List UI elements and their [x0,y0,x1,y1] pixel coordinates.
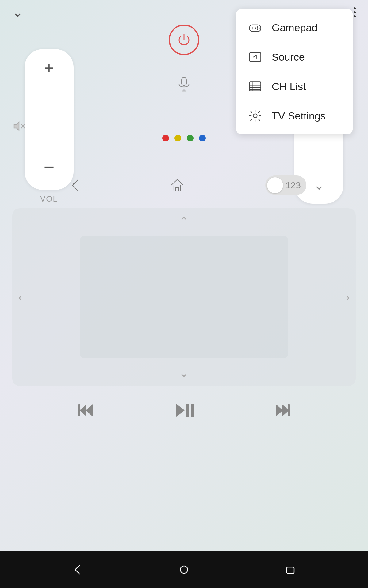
touchpad-left-icon[interactable]: ‹ [18,290,22,304]
svg-marker-34 [276,404,283,417]
menu-item-ch-list-label: CH List [272,81,306,92]
svg-point-3 [257,26,258,28]
touchpad-right-icon[interactable]: › [346,290,350,304]
svg-rect-32 [186,404,189,417]
svg-rect-22 [182,77,186,85]
svg-point-13 [253,114,257,118]
toggle-123-button[interactable]: 123 [265,175,306,195]
svg-marker-29 [86,404,93,417]
touchpad-area[interactable]: ⌃ ⌄ ‹ › [12,208,356,386]
svg-marker-28 [80,404,86,417]
power-area [169,18,199,55]
home-button[interactable] [163,172,191,199]
svg-point-5 [257,28,258,30]
ch-list-icon [247,78,263,94]
nav-row: 123 [0,172,368,199]
menu-item-ch-list[interactable]: CH List [236,72,353,101]
toggle-circle [267,177,283,193]
menu-item-tv-settings-label: TV Settings [272,110,326,122]
power-button[interactable] [169,24,199,55]
svg-rect-33 [191,404,194,417]
tv-settings-icon [247,108,263,124]
svg-rect-38 [287,567,294,573]
touchpad-up-icon[interactable]: ⌃ [179,214,189,228]
svg-marker-14 [14,122,19,130]
green-dot[interactable] [187,135,194,141]
blue-dot[interactable] [199,135,206,141]
color-dots [162,135,206,141]
source-icon [247,49,263,65]
mute-icon[interactable] [12,119,26,136]
rewind-button[interactable] [71,395,101,426]
menu-item-gamepad[interactable]: Gamepad [236,13,353,42]
toggle-123-label: 123 [286,180,305,190]
more-options-icon[interactable] [354,7,356,17]
svg-rect-30 [78,404,80,417]
svg-point-6 [255,28,257,29]
android-back-button[interactable] [67,559,88,580]
svg-point-37 [180,566,188,573]
svg-rect-27 [176,187,179,191]
menu-item-gamepad-label: Gamepad [272,22,317,34]
play-pause-button[interactable] [169,395,199,426]
svg-marker-31 [176,404,185,417]
android-nav-bar [0,551,368,588]
menu-item-tv-settings[interactable]: TV Settings [236,101,353,130]
collapse-chevron-icon[interactable]: ⌄ [12,5,23,20]
touchpad-inner[interactable] [80,236,288,358]
svg-point-4 [259,28,260,29]
menu-item-source[interactable]: Source [236,42,353,72]
media-controls [0,395,368,426]
android-recents-button[interactable] [280,559,301,580]
vol-up-button[interactable]: + [44,60,54,76]
touchpad-down-icon[interactable]: ⌄ [179,366,189,380]
vol-pill: + − [25,49,74,190]
android-home-button[interactable] [173,559,195,580]
dropdown-menu: Gamepad Source CH List [236,9,353,134]
red-dot[interactable] [162,135,169,141]
fast-forward-button[interactable] [267,395,297,426]
svg-rect-36 [288,404,290,417]
svg-rect-26 [174,185,181,191]
back-button[interactable] [62,172,89,199]
yellow-dot[interactable] [174,135,181,141]
mic-button[interactable] [170,70,198,98]
gamepad-icon [247,20,263,36]
svg-rect-7 [250,52,261,61]
menu-item-source-label: Source [272,51,305,63]
